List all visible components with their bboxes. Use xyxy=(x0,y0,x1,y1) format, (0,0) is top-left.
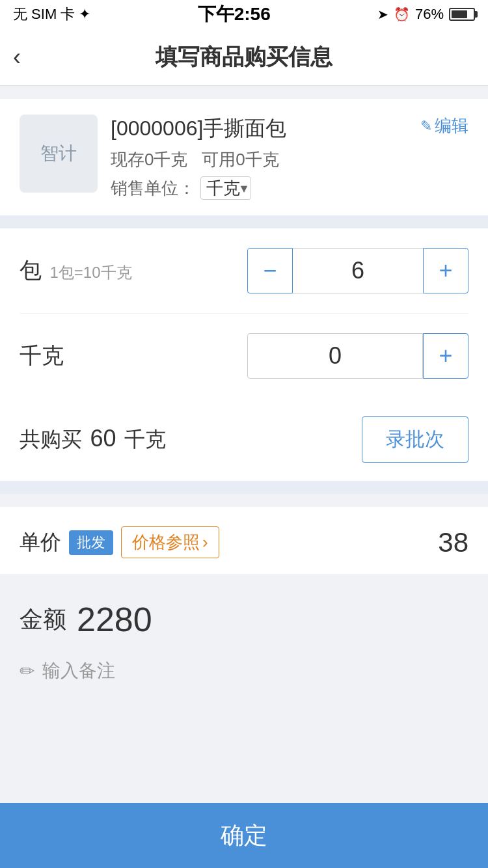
back-button[interactable]: ‹ xyxy=(13,44,21,71)
confirm-bar[interactable]: 确定 xyxy=(0,803,488,868)
amount-label: 金额 xyxy=(20,604,66,636)
price-label-group: 单价 批发 价格参照 › xyxy=(20,526,219,558)
unit-selector[interactable]: 千克 ▾ xyxy=(200,176,251,200)
bag-row: 包 1包=10千克 − + xyxy=(20,228,468,314)
price-ref-button[interactable]: 价格参照 › xyxy=(121,526,219,558)
bag-minus-button[interactable]: − xyxy=(247,248,293,293)
battery-icon xyxy=(449,8,475,21)
remark-row[interactable]: ✏ 输入备注 xyxy=(20,652,468,703)
price-section: 单价 批发 价格参照 › 38 xyxy=(0,507,488,574)
product-name: [0000006]手撕面包 xyxy=(111,115,286,143)
total-section: 共购买 60 千克 录批次 xyxy=(0,398,488,481)
product-stock: 现存0千克 可用0千克 xyxy=(111,148,468,171)
kg-row: 千克 + xyxy=(20,314,468,398)
product-image: 智计 xyxy=(20,115,98,193)
product-card: 智计 [0000006]手撕面包 ✎ 编辑 现存0千克 可用0千克 销售单位： … xyxy=(0,99,488,215)
sim-text: 无 SIM 卡 ✦ xyxy=(13,5,90,24)
kg-label: 千克 xyxy=(20,341,64,371)
status-time: 下午2:56 xyxy=(198,2,271,27)
separator-1 xyxy=(0,215,488,228)
separator-2 xyxy=(0,481,488,494)
bag-quantity-input[interactable] xyxy=(293,248,423,293)
chevron-right-icon: › xyxy=(202,532,208,552)
page-title: 填写商品购买信息 xyxy=(156,42,332,72)
pencil-icon: ✏ xyxy=(20,660,34,682)
kg-quantity-input[interactable] xyxy=(247,333,423,379)
amount-value: 2280 xyxy=(77,600,152,639)
nav-bar: ‹ 填写商品购买信息 xyxy=(0,29,488,86)
record-batch-button[interactable]: 录批次 xyxy=(362,416,468,463)
battery-label: 76% xyxy=(415,6,444,23)
price-label: 单价 xyxy=(20,528,61,557)
status-left: 无 SIM 卡 ✦ xyxy=(13,5,90,24)
status-right: ➤ ⏰ 76% xyxy=(377,6,475,23)
kg-quantity-control: + xyxy=(247,333,468,379)
edit-icon: ✎ xyxy=(420,118,432,135)
bag-quantity-control: − + xyxy=(247,248,468,293)
status-bar: 无 SIM 卡 ✦ 下午2:56 ➤ ⏰ 76% xyxy=(0,0,488,29)
product-logo: 智计 xyxy=(40,141,77,166)
product-unit: 销售单位： 千克 ▾ xyxy=(111,176,468,200)
kg-plus-button[interactable]: + xyxy=(423,333,468,379)
amount-section: 金额 2280 ✏ 输入备注 xyxy=(0,574,488,703)
price-row: 单价 批发 价格参照 › 38 xyxy=(20,526,468,558)
batch-tag: 批发 xyxy=(69,530,113,555)
product-info: [0000006]手撕面包 ✎ 编辑 现存0千克 可用0千克 销售单位： 千克 … xyxy=(111,115,468,200)
edit-button[interactable]: ✎ 编辑 xyxy=(420,115,468,137)
location-icon: ➤ xyxy=(377,7,388,22)
amount-row: 金额 2280 xyxy=(20,593,468,652)
remark-label: 输入备注 xyxy=(42,658,115,683)
price-value: 38 xyxy=(438,527,468,558)
quantity-section: 包 1包=10千克 − + 千克 + xyxy=(0,228,488,398)
bag-plus-button[interactable]: + xyxy=(423,248,468,293)
total-text: 共购买 60 千克 xyxy=(20,425,166,454)
alarm-icon: ⏰ xyxy=(394,7,410,22)
confirm-label: 确定 xyxy=(221,820,267,852)
bag-label: 包 1包=10千克 xyxy=(20,256,132,286)
